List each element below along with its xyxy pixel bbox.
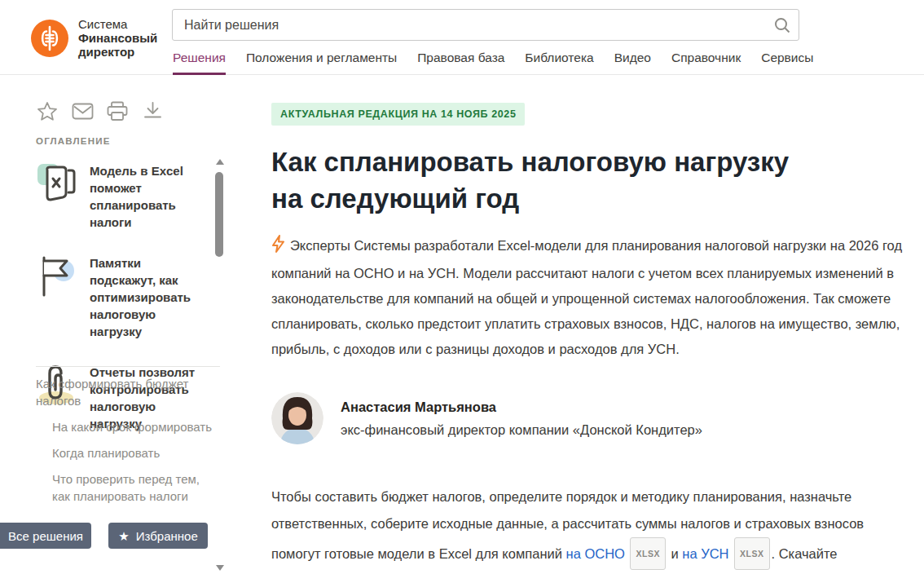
link-osno-model[interactable]: на ОСНО [566, 546, 625, 561]
lightning-icon [271, 235, 285, 261]
toc-link-proverit[interactable]: Что проверить перед тем, как планировать… [52, 470, 215, 505]
toc-card-excel-model[interactable]: Модель в Excel поможет спланировать нало… [36, 161, 209, 231]
excel-document-icon [36, 161, 78, 206]
header: Система Финансовый директор Решения Поло… [0, 0, 924, 75]
author-role: экс-финансовый директор компании «Донско… [341, 422, 702, 438]
nav-tab-spravochnik[interactable]: Справочник [671, 49, 741, 75]
favorites-button[interactable]: ★Избранное [108, 523, 208, 549]
toc-link-kogda[interactable]: Когда планировать [52, 444, 215, 461]
toc-card-label: Памятки подскажут, как оптимизировать на… [90, 253, 209, 340]
favorites-button-label: Избранное [136, 529, 198, 543]
logo-line-2: Финансовый [78, 31, 157, 45]
nav-tab-video[interactable]: Видео [614, 49, 651, 75]
nav-tab-biblioteka[interactable]: Библиотека [525, 49, 593, 75]
envelope-icon [72, 103, 94, 120]
logo-line-3: директор [78, 45, 157, 59]
toc-link-srok[interactable]: На какой срок формировать [52, 418, 215, 435]
lead-paragraph: Эксперты Системы разработали Excel-модел… [271, 233, 915, 362]
page-title: Как спланировать налоговую нагрузку на с… [271, 144, 809, 217]
toc-card-label: Модель в Excel поможет спланировать нало… [90, 161, 209, 231]
brand-logo-text: Система Финансовый директор [78, 17, 157, 59]
email-button[interactable] [71, 100, 94, 121]
flag-icon [36, 253, 78, 298]
download-icon [143, 101, 163, 121]
scrollbar-thumb[interactable] [215, 172, 223, 257]
toc-heading: ОГЛАВЛЕНИЕ [36, 136, 111, 146]
favorite-button[interactable] [36, 100, 59, 121]
star-icon: ★ [118, 530, 129, 542]
author-avatar [271, 392, 323, 444]
search-input[interactable] [173, 18, 766, 33]
body-text-2: и [667, 546, 682, 561]
app-logo[interactable]: Система Финансовый директор [31, 17, 157, 59]
toc-card-memos[interactable]: Памятки подскажут, как оптимизировать на… [36, 253, 209, 340]
article-toolbar [36, 100, 164, 121]
main-nav: Решения Положения и регламенты Правовая … [173, 49, 813, 75]
nav-tab-resheniya[interactable]: Решения [173, 49, 226, 75]
nav-tab-polozheniya[interactable]: Положения и регламенты [246, 49, 397, 75]
search-button[interactable] [766, 10, 799, 40]
star-icon [37, 101, 58, 121]
body-paragraph: Чтобы составить бюджет налогов, определи… [271, 483, 915, 570]
lead-text: Эксперты Системы разработали Excel-модел… [271, 238, 902, 356]
article: АКТУАЛЬНАЯ РЕДАКЦИЯ НА 14 НОЯБ 2025 Как … [271, 75, 915, 570]
scrollbar-up-arrow[interactable] [216, 159, 224, 165]
search-icon [773, 16, 791, 34]
sidebar: ОГЛАВЛЕНИЕ Модель в Excel поможет сплани… [0, 75, 253, 574]
link-usn-model[interactable]: на УСН [682, 546, 728, 561]
printer-icon [107, 101, 128, 121]
nav-tab-pravovaya-baza[interactable]: Правовая база [417, 49, 504, 75]
print-button[interactable] [106, 100, 129, 121]
logo-line-1: Система [78, 17, 157, 31]
all-solutions-button[interactable]: Все решения [0, 523, 91, 549]
body-text-3: . Скачайте [772, 546, 838, 561]
sidebar-footer-buttons: Все решения ★Избранное [0, 523, 208, 549]
author-name: Анастасия Мартьянова [341, 400, 702, 415]
toc-divider [36, 366, 220, 367]
nav-tab-servisy[interactable]: Сервисы [761, 49, 813, 75]
download-button[interactable] [141, 100, 164, 121]
toc-links: Как сформировать бюджет налогов На какой… [36, 375, 215, 514]
toc-link-budget[interactable]: Как сформировать бюджет налогов [36, 375, 215, 409]
edition-badge: АКТУАЛЬНАЯ РЕДАКЦИЯ НА 14 НОЯБ 2025 [271, 103, 525, 126]
search-box [172, 9, 799, 41]
xlsx-badge-usn: XLSX [734, 537, 769, 570]
xlsx-badge-osno: XLSX [630, 537, 665, 570]
brand-logo-icon [31, 20, 68, 57]
author-info: Анастасия Мартьянова экс-финансовый дире… [341, 400, 702, 438]
sidebar-scrollbar[interactable] [214, 159, 225, 571]
scrollbar-down-arrow[interactable] [216, 565, 224, 571]
author-block: Анастасия Мартьянова экс-финансовый дире… [271, 392, 915, 444]
